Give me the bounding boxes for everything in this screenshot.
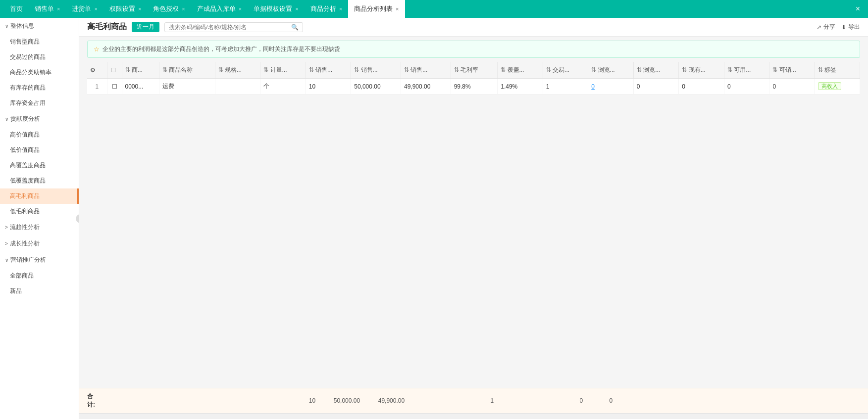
search-box: 🔍: [164, 22, 303, 32]
sidebar-item-有库存的商品[interactable]: 有库存的商品: [0, 80, 79, 95]
nav-item-进货单[interactable]: 进货单×: [66, 0, 103, 18]
sidebar-item-销售型商品[interactable]: 销售型商品: [0, 34, 79, 49]
cell-checkbox[interactable]: ☐: [107, 79, 122, 94]
table-header-sellable: ⇅ 可销...: [769, 62, 815, 79]
header-label-unit: ⇅ 计量...: [263, 66, 287, 73]
sidebar-item-库存资金占用[interactable]: 库存资金占用: [0, 95, 79, 111]
settings-icon[interactable]: ⚙: [90, 67, 96, 74]
sidebar: « ∨ 整体信息销售型商品交易过的商品商品分类助销率有库存的商品库存资金占用∨ …: [0, 18, 79, 419]
sidebar-group-营销推广分析[interactable]: ∨ 营销推广分析: [0, 252, 79, 268]
header-label-trade: ⇅ 交易...: [546, 66, 569, 73]
header-label-coverage: ⇅ 覆盖...: [501, 66, 524, 73]
sidebar-group-arrow: ∨: [5, 23, 8, 29]
sidebar-group-arrow: >: [5, 225, 8, 230]
share-icon: ↗: [817, 24, 821, 31]
nav-item-产成品入库单[interactable]: 产成品入库单×: [191, 0, 248, 18]
footer-cell: [264, 397, 289, 404]
footer-cell: 1: [467, 397, 497, 404]
footer-label: 合计:: [87, 392, 101, 409]
nav-close-icon[interactable]: ×: [239, 6, 242, 12]
footer-cell: 50,000.00: [318, 397, 363, 404]
sidebar-item-商品分类助销率[interactable]: 商品分类助销率: [0, 65, 79, 80]
browse1-link[interactable]: 0: [591, 83, 595, 90]
nav-item-单据模板设置[interactable]: 单据模板设置×: [248, 0, 304, 18]
cell-current: 0: [679, 79, 724, 94]
sidebar-group-label: 贡献度分析: [10, 115, 40, 123]
sidebar-item-高毛利商品[interactable]: 高毛利商品: [0, 188, 79, 204]
sidebar-group-arrow: >: [5, 241, 8, 246]
nav-close-icon[interactable]: ×: [138, 6, 141, 12]
sidebar-item-低价值商品[interactable]: 低价值商品: [0, 142, 79, 158]
cell-gross_rate: 99.8%: [451, 79, 498, 94]
export-icon: ⬇: [841, 24, 846, 31]
cell-unit: 个: [260, 79, 306, 94]
sidebar-item-低覆盖度商品[interactable]: 低覆盖度商品: [0, 173, 79, 188]
header-checkbox[interactable]: ☐: [110, 67, 116, 74]
info-icon: ☆: [94, 46, 100, 53]
sidebar-item-高价值商品[interactable]: 高价值商品: [0, 127, 79, 142]
close-app-button[interactable]: ×: [852, 4, 864, 13]
content-header: 高毛利商品 近一月 🔍 ↗ 分享 ⬇ 导出: [79, 18, 868, 37]
table-header-browse1: ⇅ 浏览...: [588, 62, 634, 79]
cell-available: 0: [724, 79, 769, 94]
row-checkbox[interactable]: ☐: [112, 83, 117, 90]
nav-item-销售单[interactable]: 销售单×: [29, 0, 66, 18]
search-input[interactable]: [169, 24, 291, 31]
cell-coverage: 1.49%: [498, 79, 543, 94]
footer-cell: 0: [556, 397, 586, 404]
date-filter-button[interactable]: 近一月: [132, 22, 159, 32]
table-checkbox-header[interactable]: ☐: [107, 62, 122, 79]
nav-item-权限设置[interactable]: 权限设置×: [103, 0, 147, 18]
sidebar-item-交易过的商品[interactable]: 交易过的商品: [0, 49, 79, 65]
nav-item-商品分析列表[interactable]: 商品分析列表×: [348, 0, 405, 18]
header-label-sellable: ⇅ 可销...: [772, 66, 796, 73]
nav-close-icon[interactable]: ×: [295, 6, 298, 12]
nav-close-icon[interactable]: ×: [182, 6, 185, 12]
sidebar-item-低毛利商品[interactable]: 低毛利商品: [0, 204, 79, 219]
sidebar-group-label: 成长性分析: [10, 239, 40, 248]
footer-cell: [234, 397, 264, 404]
footer-totals: 合计: 1050,000.0049,900.00100: [79, 388, 868, 413]
cell-name: 运费: [159, 79, 215, 94]
header-label-available: ⇅ 可用...: [727, 66, 751, 73]
sidebar-item-高覆盖度商品[interactable]: 高覆盖度商品: [0, 158, 79, 173]
table-header-code: ⇅ 商...: [122, 62, 159, 79]
footer-cell: [130, 397, 145, 404]
nav-close-icon[interactable]: ×: [339, 6, 342, 12]
cell-browse1[interactable]: 0: [588, 79, 634, 94]
table-header-sales_qty: ⇅ 销售...: [306, 62, 351, 79]
sidebar-item-全部商品[interactable]: 全部商品: [0, 268, 79, 283]
sidebar-group-整体信息[interactable]: ∨ 整体信息: [0, 18, 79, 34]
header-label-gross_rate: ⇅ 毛利率: [454, 66, 478, 73]
header-label-tag: ⇅ 标签: [818, 66, 836, 73]
sidebar-group-流趋性分析[interactable]: > 流趋性分析: [0, 219, 79, 235]
export-button[interactable]: ⬇ 导出: [841, 23, 860, 31]
cell-tag: 高收入: [815, 79, 860, 94]
table-header-current: ⇅ 现有...: [679, 62, 724, 79]
sidebar-item-新品[interactable]: 新品: [0, 283, 79, 299]
top-navigation: 首页销售单×进货单×权限设置×角色授权×产成品入库单×单据模板设置×商品分析×商…: [0, 0, 868, 18]
sidebar-group-label: 流趋性分析: [10, 223, 40, 232]
table-header-browse2: ⇅ 浏览...: [633, 62, 679, 79]
search-icon[interactable]: 🔍: [291, 24, 299, 31]
nav-item-首页[interactable]: 首页: [4, 0, 29, 18]
nav-close-icon[interactable]: ×: [94, 6, 97, 12]
header-label-browse1: ⇅ 浏览...: [591, 66, 614, 73]
nav-close-icon[interactable]: ×: [396, 6, 399, 12]
header-label-code: ⇅ 商...: [125, 66, 143, 73]
table-header-sales_amt: ⇅ 销售...: [351, 62, 401, 79]
share-button[interactable]: ↗ 分享: [817, 23, 835, 31]
header-label-sales_cost: ⇅ 销售...: [404, 66, 427, 73]
header-label-spec: ⇅ 规格...: [218, 66, 242, 73]
nav-close-icon[interactable]: ×: [57, 6, 60, 12]
nav-item-角色授权[interactable]: 角色授权×: [147, 0, 191, 18]
nav-item-商品分析[interactable]: 商品分析×: [305, 0, 348, 18]
table-header-tag: ⇅ 标签: [815, 62, 860, 79]
cell-trade: 1: [543, 79, 588, 94]
table-settings-header[interactable]: ⚙: [87, 62, 107, 79]
bottom-scrollbar[interactable]: [79, 413, 868, 419]
sidebar-group-成长性分析[interactable]: > 成长性分析: [0, 235, 79, 252]
export-label: 导出: [848, 23, 860, 31]
table-header-available: ⇅ 可用...: [724, 62, 769, 79]
sidebar-group-贡献度分析[interactable]: ∨ 贡献度分析: [0, 111, 79, 127]
